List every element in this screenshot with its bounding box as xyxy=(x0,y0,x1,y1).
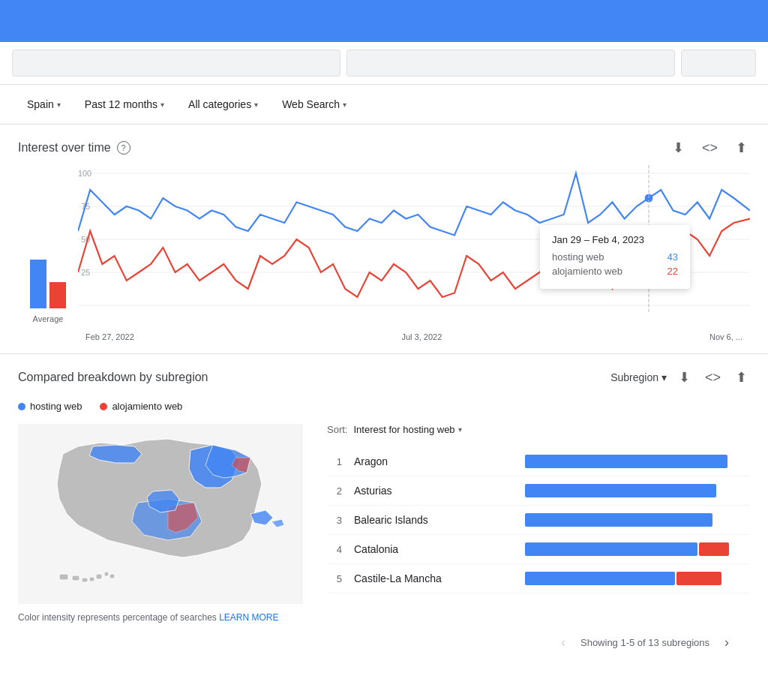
category-label: All categories xyxy=(188,98,251,110)
breakdown-download-btn[interactable]: ⬇ xyxy=(676,366,693,389)
rank-name: Castile-La Mancha xyxy=(354,572,513,584)
prev-page-button[interactable]: ‹ xyxy=(558,632,568,653)
svg-rect-18 xyxy=(110,574,115,578)
embed-button[interactable]: <> xyxy=(699,137,721,159)
rank-bar-red xyxy=(699,542,729,556)
tooltip-label-2: alojamiento web xyxy=(552,266,622,277)
svg-rect-12 xyxy=(59,574,68,580)
tooltip-value-1: 43 xyxy=(668,251,678,263)
legend-item-red: alojamiento web xyxy=(100,401,182,412)
tooltip-label-1: hosting web xyxy=(552,251,604,263)
interest-over-time-section: Interest over time ? ⬇ <> ⬆ Average xyxy=(0,125,768,354)
svg-rect-17 xyxy=(104,572,109,576)
x-labels: Feb 27, 2022 Jul 3, 2022 Nov 6, ... xyxy=(78,332,750,341)
country-label: Spain xyxy=(27,98,54,110)
breakdown-share-btn[interactable]: ⬆ xyxy=(733,366,750,389)
spain-map xyxy=(18,424,303,604)
search-input-1[interactable] xyxy=(12,50,340,77)
rank-name: Asturias xyxy=(354,485,513,497)
help-icon[interactable]: ? xyxy=(117,141,130,155)
rank-bars xyxy=(525,484,750,497)
section-title: Interest over time ? xyxy=(18,141,130,155)
rank-number: 5 xyxy=(327,573,342,584)
rank-bars xyxy=(525,542,750,556)
category-filter[interactable]: All categories ▾ xyxy=(179,94,267,115)
map-caption: Color intensity represents percentage of… xyxy=(18,612,303,623)
rank-number: 2 xyxy=(327,485,342,497)
sort-value: Interest for hosting web xyxy=(353,424,454,435)
table-row: 3 Balearic Islands xyxy=(327,506,750,535)
breakdown-embed-btn[interactable]: <> xyxy=(702,367,724,389)
table-row: 2 Asturias xyxy=(327,476,750,506)
avg-bar-red xyxy=(50,282,66,308)
breakdown-header: Compared breakdown by subregion Subregio… xyxy=(18,366,750,389)
x-label-3: Nov 6, ... xyxy=(710,332,742,341)
country-filter[interactable]: Spain ▾ xyxy=(18,94,70,115)
subregion-button[interactable]: Subregion ▾ xyxy=(610,371,667,383)
rank-list: 1 Aragon 2 Asturias 3 Balearic Islands 4… xyxy=(327,447,750,593)
x-label-2: Jul 3, 2022 xyxy=(401,332,442,341)
sort-label: Sort: xyxy=(327,424,347,435)
legend-label-red: alojamiento web xyxy=(112,401,182,412)
rank-bar-blue xyxy=(525,542,698,556)
rank-bar-red xyxy=(676,572,722,585)
rank-bars xyxy=(525,455,750,468)
svg-rect-14 xyxy=(82,578,88,582)
tooltip-row-1: hosting web 43 xyxy=(552,251,678,263)
chart-wrapper: Average 100 75 50 25 xyxy=(18,165,750,341)
download-button[interactable]: ⬇ xyxy=(670,137,687,159)
legend-dot-red xyxy=(100,403,107,410)
avg-bar-blue xyxy=(30,260,46,308)
breakdown-content: Color intensity represents percentage of… xyxy=(18,424,750,623)
search-type-arrow: ▾ xyxy=(343,101,346,109)
rank-bar-blue xyxy=(525,572,675,585)
top-bar xyxy=(0,0,768,42)
breakdown-title: Compared breakdown by subregion xyxy=(18,371,208,384)
rank-name: Catalonia xyxy=(354,543,513,555)
breakdown-controls: Subregion ▾ ⬇ <> ⬆ xyxy=(610,366,750,389)
search-type-filter[interactable]: Web Search ▾ xyxy=(273,94,356,115)
legend-item-blue: hosting web xyxy=(18,401,82,412)
svg-rect-13 xyxy=(72,575,80,581)
section-actions: ⬇ <> ⬆ xyxy=(670,137,750,159)
map-caption-text: Color intensity represents percentage of… xyxy=(18,612,217,623)
rank-name: Aragon xyxy=(354,455,513,467)
next-page-button[interactable]: › xyxy=(722,632,732,653)
search-input-3[interactable] xyxy=(681,50,756,77)
rankings: Sort: Interest for hosting web ▾ 1 Arago… xyxy=(327,424,750,623)
svg-rect-15 xyxy=(89,577,94,581)
period-arrow: ▾ xyxy=(160,101,164,109)
tooltip-value-2: 22 xyxy=(668,266,678,277)
subregion-arrow: ▾ xyxy=(662,371,667,383)
rank-bars xyxy=(525,572,750,585)
legend: hosting web alojamiento web xyxy=(18,401,750,412)
pagination-text: Showing 1-5 of 13 subregions xyxy=(580,637,710,648)
svg-rect-16 xyxy=(96,574,102,579)
rank-bars xyxy=(525,513,750,527)
legend-label-blue: hosting web xyxy=(30,401,82,412)
rank-name: Balearic Islands xyxy=(354,514,513,526)
table-row: 1 Aragon xyxy=(327,447,750,476)
rank-number: 1 xyxy=(327,456,342,467)
avg-label: Average xyxy=(33,314,64,323)
period-filter[interactable]: Past 12 months ▾ xyxy=(76,94,173,115)
search-bar-area xyxy=(0,42,768,85)
rank-bar-blue xyxy=(525,455,728,468)
map-area: Color intensity represents percentage of… xyxy=(18,424,303,623)
share-button[interactable]: ⬆ xyxy=(733,137,750,159)
search-input-2[interactable] xyxy=(346,50,675,77)
search-type-label: Web Search xyxy=(282,98,340,110)
subregion-label: Subregion xyxy=(610,371,658,383)
rank-bar-blue xyxy=(525,484,716,497)
tooltip-row-2: alojamiento web 22 xyxy=(552,266,678,277)
breakdown-section: Compared breakdown by subregion Subregio… xyxy=(0,354,768,674)
chart-main: 100 75 50 25 Jan 29 – Feb 4, 2023 hostin… xyxy=(78,165,750,341)
sort-dropdown[interactable]: Interest for hosting web ▾ xyxy=(353,424,461,435)
chart-tooltip: Jan 29 – Feb 4, 2023 hosting web 43 aloj… xyxy=(540,225,690,289)
learn-more-link[interactable]: LEARN MORE xyxy=(219,612,278,623)
filter-row: Spain ▾ Past 12 months ▾ All categories … xyxy=(0,85,768,125)
svg-text:25: 25 xyxy=(81,268,90,277)
rank-number: 3 xyxy=(327,515,342,526)
pagination: ‹ Showing 1-5 of 13 subregions › xyxy=(18,623,750,662)
avg-bars xyxy=(30,248,66,308)
